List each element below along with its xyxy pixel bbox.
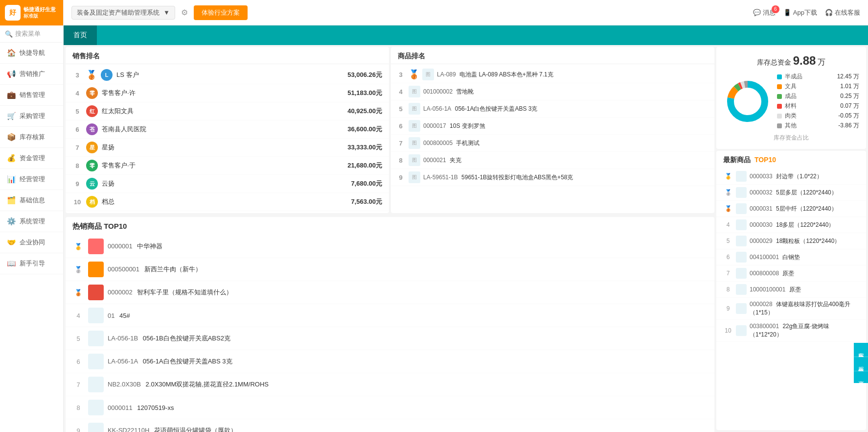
list-item: 5 红 红太阳文具 40,925.00元 bbox=[66, 102, 389, 120]
list-item: 6 图 0000017 10S 变刹罗煞 bbox=[391, 118, 714, 135]
product-name: 5层多层（1220*2440） bbox=[776, 189, 837, 196]
inventory-subtitle: 库存资金占比 bbox=[723, 134, 859, 142]
customer-avatar: 苍 bbox=[86, 123, 98, 135]
rank-number: 7 bbox=[72, 381, 84, 388]
rank-number: 6 bbox=[396, 122, 406, 130]
messages-button[interactable]: 💬 消息 6 bbox=[753, 8, 776, 17]
rank-number: 3 bbox=[72, 72, 82, 79]
sale-amount: 36,600.00元 bbox=[347, 125, 382, 134]
legend-name: 成品 bbox=[785, 92, 837, 100]
legend-value: 0.25 万 bbox=[840, 92, 859, 100]
middle-panels: 销售排名 3 🥉 L LS 客户 53,006.26元 4 零 bbox=[64, 45, 716, 432]
product-code: LA-056-1A bbox=[423, 105, 451, 112]
sales-ranking-list: 3 🥉 L LS 客户 53,006.26元 4 零 零售客户·许 51,183… bbox=[66, 64, 389, 213]
search-menu[interactable]: 🔍 搜索菜单 bbox=[0, 25, 63, 43]
sidebar-item-label: 系统管理 bbox=[20, 217, 45, 226]
list-item: 9 云 云扬 7,680.00元 bbox=[66, 175, 389, 193]
inventory-title: 库存总资金 bbox=[757, 58, 791, 66]
sidebar-item-basic[interactable]: 🗂️ 基础信息 bbox=[0, 190, 63, 211]
operations-icon: 📊 bbox=[7, 175, 16, 184]
app-download-button[interactable]: 📱 App下载 bbox=[783, 8, 817, 17]
product-thumbnail bbox=[88, 331, 104, 346]
product-thumbnail bbox=[736, 203, 747, 214]
inventory-amount: 9.88 bbox=[793, 54, 816, 67]
online-service-button[interactable]: 🎧 在线客服 bbox=[825, 8, 860, 17]
message-icon: 💬 bbox=[753, 9, 761, 16]
rank-number: 🥈 bbox=[72, 266, 84, 273]
list-item: 9 0000028 体键嘉枝味苏打饮品400毫升（1*15） bbox=[716, 298, 866, 320]
product-thumbnail: 图 bbox=[409, 120, 420, 132]
sale-amount: 21,680.00元 bbox=[347, 161, 382, 170]
legend-value: 12.45 万 bbox=[837, 72, 859, 81]
float-buttons: 客服热线 服务社区 直播 bbox=[854, 343, 868, 383]
product-info: 0000031 5层中纤（1220*2440） bbox=[750, 205, 859, 213]
list-item: 9 KK-SD22110H 花语萌恒温分罐罐袋（厚款） bbox=[66, 419, 714, 432]
sidebar-item-label: 资金管理 bbox=[20, 154, 45, 163]
product-info: 0000017 10S 变刹罗煞 bbox=[423, 122, 709, 130]
list-item: 6 LA-056-1A 056-1A白色按键开关盖ABS 3克 bbox=[66, 350, 714, 373]
inventory-total: 库存总资金 9.88 万 bbox=[723, 54, 859, 68]
basic-icon: 🗂️ bbox=[7, 196, 16, 205]
sales-ranking-title: 销售排名 bbox=[72, 52, 100, 61]
list-item: 6 004100001 白钢垫 bbox=[716, 249, 866, 265]
sidebar-item-home[interactable]: 🏠 快捷导航 bbox=[0, 43, 63, 64]
list-item: 6 苍 苍南县人民医院 36,600.00元 bbox=[66, 120, 389, 139]
legend-name: 半成品 bbox=[785, 72, 834, 81]
message-badge: 6 bbox=[772, 5, 779, 13]
settings-icon[interactable]: ⚙ bbox=[181, 8, 188, 17]
product-info: 000500001 新西兰牛肉（新牛） bbox=[108, 265, 708, 274]
legend-dot-other bbox=[777, 123, 782, 128]
product-code: 0000033 bbox=[750, 173, 773, 180]
customer-service-button[interactable]: 客服热线 bbox=[854, 343, 868, 357]
list-item: 5 0000029 18颗粒板（1220*2440） bbox=[716, 233, 866, 249]
product-info: 0000001 中华神器 bbox=[108, 242, 708, 251]
sidebar-item-label: 库存核算 bbox=[20, 133, 45, 142]
sidebar-item-marketing[interactable]: 📢 营销推广 bbox=[0, 64, 63, 85]
sidebar-item-label: 营销推广 bbox=[20, 70, 45, 78]
rank-number: 8 bbox=[723, 286, 733, 293]
online-service-label: 在线客服 bbox=[835, 8, 860, 17]
rank-number: 4 bbox=[723, 221, 733, 228]
service-community-button[interactable]: 服务社区 bbox=[854, 357, 868, 371]
product-code: LA-056-1B bbox=[108, 335, 138, 342]
rank-number: 5 bbox=[72, 108, 82, 115]
newest-products-panel: 最新商品 TOP10 🥇 0000033 封边带（1.0*22） 🥈 00000 bbox=[716, 151, 866, 430]
legend-item-material: 材料 0.07 万 bbox=[777, 102, 859, 110]
legend-item-finished: 成品 0.25 万 bbox=[777, 92, 859, 100]
live-broadcast-button[interactable]: 直播 bbox=[854, 371, 868, 383]
system-selector[interactable]: 装备及固定资产辅助管理系统 ▼ bbox=[71, 6, 175, 20]
list-item: 9 图 LA-59651-1B 59651-1B旋转投影灯电池盒ABS黑色+58… bbox=[391, 169, 714, 186]
trial-button[interactable]: 体验行业方案 bbox=[194, 5, 248, 20]
sidebar-item-operations[interactable]: 📊 经营管理 bbox=[0, 169, 63, 190]
logo-text: 畅捷通好生意 bbox=[23, 6, 56, 13]
product-thumbnail bbox=[736, 219, 747, 230]
sidebar-item-sales[interactable]: 💼 销售管理 bbox=[0, 85, 63, 106]
rank-number: 8 bbox=[72, 162, 82, 169]
rank-number: 4 bbox=[72, 90, 82, 97]
customer-avatar: 零 bbox=[86, 160, 98, 171]
tab-home[interactable]: 首页 bbox=[64, 25, 97, 45]
product-code: 003800001 bbox=[750, 323, 779, 330]
product-info: 0000032 5层多层（1220*2440） bbox=[750, 189, 859, 197]
product-name: 花语萌恒温分罐罐袋（厚款） bbox=[154, 427, 237, 432]
sidebar-item-purchase[interactable]: 🛒 采购管理 bbox=[0, 106, 63, 127]
product-thumbnail bbox=[736, 187, 747, 198]
legend-item-stationery: 文具 1.01 万 bbox=[777, 82, 859, 91]
sidebar-item-inventory[interactable]: 📦 库存核算 bbox=[0, 127, 63, 148]
rank-number: 9 bbox=[72, 427, 84, 432]
rank-number: 8 bbox=[396, 157, 406, 164]
logo-icon: 好 bbox=[5, 5, 21, 21]
product-code: LA-089 bbox=[437, 71, 456, 78]
sidebar-item-system[interactable]: ⚙️ 系统管理 bbox=[0, 211, 63, 232]
sidebar-item-guide[interactable]: 📖 新手引导 bbox=[0, 253, 63, 274]
sidebar-item-enterprise[interactable]: 🤝 企业协同 bbox=[0, 232, 63, 253]
rank-number: 9 bbox=[723, 305, 733, 312]
rank-number: 9 bbox=[396, 174, 406, 181]
sales-ranking-header: 销售排名 bbox=[66, 47, 389, 64]
product-name: 原垄 bbox=[789, 286, 801, 293]
list-item: 7 星 星扬 33,333.00元 bbox=[66, 139, 389, 157]
sidebar-item-finance[interactable]: 💰 资金管理 bbox=[0, 148, 63, 169]
list-item: 8 0000011 12070519-xs bbox=[66, 396, 714, 419]
product-info: 01 45# bbox=[108, 312, 708, 319]
logo-sub: 标准版 bbox=[23, 13, 56, 20]
